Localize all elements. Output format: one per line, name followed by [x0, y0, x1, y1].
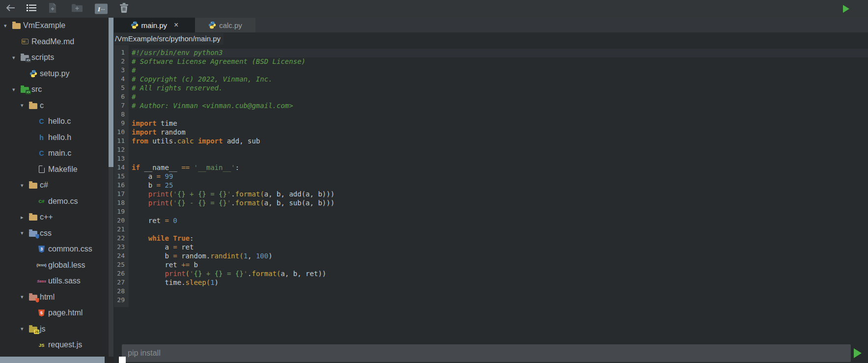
expand-arrow-icon[interactable]: ▾ — [21, 182, 28, 189]
expand-arrow-icon[interactable]: ▾ — [21, 326, 28, 332]
new-file-icon — [49, 3, 56, 15]
back-arrow-icon — [5, 4, 15, 14]
code-line[interactable]: ret += b — [132, 261, 868, 270]
tree-item-label: page.html — [48, 308, 83, 317]
expand-arrow-icon[interactable]: ▾ — [21, 230, 28, 236]
sidebar-vertical-scrollbar[interactable] — [109, 18, 113, 357]
tree-item-label: html — [40, 293, 55, 302]
expand-arrow-icon[interactable]: ▾ — [12, 86, 20, 93]
new-folder-button[interactable] — [72, 4, 83, 14]
expand-arrow-icon[interactable]: ▾ — [4, 23, 11, 29]
code-line[interactable]: # All rights reserved. — [132, 84, 868, 93]
line-number: 13 — [114, 155, 129, 164]
tree-item-js[interactable]: ▾JSjs — [0, 321, 114, 337]
command-input[interactable]: pip install — [122, 344, 851, 362]
code-line[interactable]: ret = 0 — [132, 217, 868, 225]
horizontal-scrollbar-thumb[interactable] — [0, 357, 105, 363]
tree-item-hello-h[interactable]: hhello.h — [0, 130, 114, 146]
tree-item-page-html[interactable]: 5page.html — [0, 305, 114, 321]
expand-arrow-icon[interactable]: ▾ — [21, 294, 28, 300]
code-line[interactable] — [132, 155, 868, 164]
tree-item-label: hello.h — [48, 133, 71, 142]
code-line[interactable]: while True: — [132, 234, 868, 243]
tree-item-label: c — [40, 101, 44, 110]
code-line[interactable] — [132, 111, 868, 119]
code-line[interactable]: # — [132, 93, 868, 102]
code-editor[interactable]: 1234567891011121314151617181920212223242… — [114, 45, 868, 340]
sidebar-horizontal-scrollbar[interactable] — [0, 357, 114, 363]
line-number: 7 — [114, 102, 129, 111]
tree-item-common-css[interactable]: 3common.css — [0, 241, 114, 257]
line-number: 17 — [114, 190, 129, 199]
code-line[interactable]: # — [132, 66, 868, 75]
tab-calc-py[interactable]: calc.py — [195, 18, 255, 32]
tree-item-scripts[interactable]: ▾<>scripts — [0, 50, 114, 66]
line-number: 3 — [114, 66, 129, 75]
rename-icon: I⋯ — [95, 4, 108, 14]
tree-item-c-[interactable]: ▸c++ — [0, 209, 114, 225]
code-line[interactable]: # Software License Agreement (BSD Licens… — [132, 57, 868, 66]
code-line[interactable] — [132, 296, 868, 305]
tree-item-c-[interactable]: ▾c# — [0, 177, 114, 194]
tab-close-icon[interactable]: × — [174, 21, 178, 29]
tree-item-request-js[interactable]: JSrequest.js — [0, 337, 114, 353]
code-line[interactable]: import random — [132, 128, 868, 137]
tree-item-html[interactable]: ▾html — [0, 289, 114, 306]
code-line[interactable]: # Author: Vinman <vinman.cub@gmail.com> — [132, 102, 868, 111]
new-file-button[interactable] — [49, 3, 56, 15]
tree-item-main-c[interactable]: Cmain.c — [0, 145, 114, 162]
tree-item-makefile[interactable]: Makefile — [0, 162, 114, 178]
rename-button[interactable]: I⋯ — [95, 4, 108, 14]
vertical-scrollbar-thumb[interactable] — [109, 18, 113, 167]
code-line[interactable]: if __name__ == '__main__': — [132, 164, 868, 172]
tree-item-utils-sass[interactable]: Sassutils.sass — [0, 273, 114, 289]
code-line[interactable]: # Copyright (c) 2022, Vinman, Inc. — [132, 75, 868, 84]
code-line[interactable]: print('{} + {} = {}'.format(a, b, ret)) — [132, 270, 868, 279]
tree-item-setup-py[interactable]: setup.py — [0, 66, 114, 82]
tree-item-src[interactable]: ▾<>src — [0, 82, 114, 98]
tree-item-label: utils.sass — [48, 277, 81, 285]
expand-arrow-icon[interactable]: ▸ — [21, 214, 28, 221]
code-line[interactable]: a = 99 — [132, 172, 868, 181]
code-line[interactable]: print('{} - {} = {}'.format(a, b, sub(a,… — [132, 199, 868, 208]
tree-item-css[interactable]: ▾css — [0, 225, 114, 242]
code-line[interactable]: #!/usr/bin/env python3 — [132, 49, 868, 57]
expand-arrow-icon[interactable]: ▾ — [12, 55, 20, 61]
c-file-icon: C — [39, 149, 44, 157]
js-file-icon: JS — [39, 342, 45, 348]
code-line[interactable]: time.sleep(1) — [132, 279, 868, 287]
header-file-icon: h — [39, 134, 44, 141]
code-line[interactable]: b = 25 — [132, 181, 868, 190]
code-line[interactable] — [132, 208, 868, 217]
code-line[interactable]: b = random.randint(1, 100) — [132, 252, 868, 261]
code-line[interactable]: import time — [132, 119, 868, 128]
tab-main-py[interactable]: main.py × — [114, 18, 195, 32]
tree-item-demo-cs[interactable]: C#demo.cs — [0, 194, 114, 210]
run-command-button[interactable] — [854, 348, 862, 358]
tree-item-global-less[interactable]: {less}global.less — [0, 257, 114, 274]
file-list-button[interactable] — [27, 4, 36, 14]
tree-item-hello-c[interactable]: Chello.c — [0, 113, 114, 130]
code-line[interactable]: a = ret — [132, 243, 868, 252]
line-number: 18 — [114, 199, 129, 208]
back-button[interactable] — [5, 4, 15, 14]
code-line[interactable]: print('{} + {} = {}'.format(a, b, add(a,… — [132, 190, 868, 199]
file-tree: ▾VmExampleM↓ReadMe.md▾<>scriptssetup.py▾… — [0, 18, 114, 363]
run-button-top[interactable] — [843, 5, 849, 13]
tree-item-label: Makefile — [48, 165, 78, 174]
tree-item-vmexample[interactable]: ▾VmExample — [0, 18, 114, 34]
code-line[interactable]: from utils.calc import add, sub — [132, 137, 868, 146]
folder-icon — [29, 183, 37, 189]
tab-label: calc.py — [219, 21, 242, 29]
tree-item-label: ReadMe.md — [31, 37, 74, 46]
command-placeholder: pip install — [122, 349, 161, 358]
tree-item-readme-md[interactable]: M↓ReadMe.md — [0, 34, 114, 50]
line-number: 29 — [114, 296, 129, 305]
delete-button[interactable] — [119, 3, 129, 15]
code-line[interactable] — [132, 287, 868, 296]
tree-item-label: hello.c — [48, 117, 71, 126]
code-line[interactable] — [132, 146, 868, 155]
tree-item-c[interactable]: ▾c — [0, 98, 114, 114]
expand-arrow-icon[interactable]: ▾ — [21, 102, 28, 109]
code-line[interactable] — [132, 225, 868, 234]
